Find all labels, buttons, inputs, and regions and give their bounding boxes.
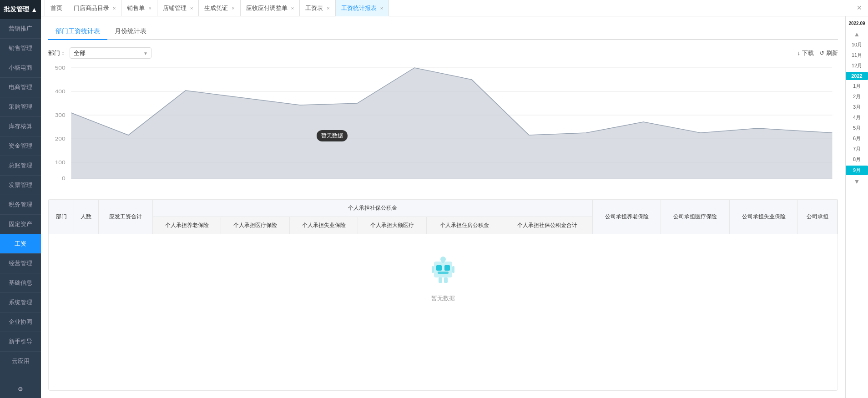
tab-store-manage[interactable]: 店铺管理 × — [157, 0, 199, 16]
filter-dept-label: 部门： — [48, 49, 66, 57]
tab-store-manage-close[interactable]: × — [190, 5, 193, 11]
close-all-tabs[interactable]: × — [854, 3, 864, 13]
sidebar-item-swgl[interactable]: 税务管理 — [0, 195, 41, 215]
download-label: 下载 — [802, 49, 814, 57]
sub-tab-month[interactable]: 月份统计表 — [107, 24, 154, 40]
sidebar-item-gdze[interactable]: 固定资产 — [0, 215, 41, 234]
dept-select[interactable]: 全部 — [70, 47, 151, 59]
tab-sales-order[interactable]: 销售单 × — [121, 0, 157, 16]
sidebar-item-jcxx[interactable]: 基础信息 — [0, 273, 41, 293]
timeline-month-1[interactable]: 1月 — [846, 81, 868, 91]
sidebar-item-cggl[interactable]: 采购管理 — [0, 97, 41, 117]
main-area: 首页 门店商品目录 × 销售单 × 店铺管理 × 生成凭证 × 应收应付调整单 … — [41, 0, 868, 398]
sub-tab-bar: 部门工资统计表 月份统计表 — [48, 24, 838, 40]
tab-store-catalog-label: 门店商品目录 — [74, 4, 109, 12]
timeline-month-11[interactable]: 11月 — [846, 50, 868, 60]
timeline-nav-up[interactable]: ▲ — [852, 29, 862, 40]
download-button[interactable]: ↓ 下载 — [797, 49, 814, 57]
col-company-unemploy: 公司承担失业保险 — [729, 200, 798, 234]
refresh-icon: ↺ — [819, 50, 824, 56]
tab-store-catalog-close[interactable]: × — [113, 5, 116, 11]
tab-home-label: 首页 — [50, 4, 62, 12]
svg-rect-18 — [438, 272, 449, 274]
tab-ar-ap-close[interactable]: × — [291, 5, 294, 11]
action-buttons: ↓ 下载 ↺ 刷新 — [797, 49, 838, 57]
svg-rect-14 — [436, 265, 442, 271]
timeline-month-9[interactable]: 9月 — [846, 166, 868, 175]
sidebar-item-dscgl[interactable]: 电商管理 — [0, 78, 41, 97]
table-group-header-row: 部门 人数 应发工资合计 个人承担社保公积金 公司承担养老保险 公司承担医疗保险… — [49, 200, 838, 217]
col-personal-unemploy: 个人承担失业保险 — [289, 217, 358, 234]
col-count: 人数 — [74, 200, 99, 234]
sidebar-item-fpgl[interactable]: 发票管理 — [0, 176, 41, 195]
sidebar-item-jygl[interactable]: 经营管理 — [0, 254, 41, 273]
area-chart: 500 400 300 200 100 0 — [48, 64, 838, 182]
chart-tooltip: 暂无数据 — [317, 130, 348, 141]
col-group-personal: 个人承担社保公积金 — [152, 200, 592, 217]
timeline-year-label: 2022.09 — [848, 20, 866, 27]
sidebar-item-xsyd[interactable]: 新手引导 — [0, 332, 41, 352]
col-total-salary: 应发工资合计 — [99, 200, 153, 234]
col-company-other: 公司承担 — [798, 200, 838, 234]
tab-home[interactable]: 首页 — [45, 0, 68, 16]
tab-payroll-close[interactable]: × — [327, 5, 329, 11]
timeline-month-2[interactable]: 2月 — [846, 91, 868, 102]
tab-payroll-report-close[interactable]: × — [380, 5, 383, 11]
tab-gen-voucher-close[interactable]: × — [232, 5, 234, 11]
timeline-month-10[interactable]: 10月 — [846, 40, 868, 50]
chart-container: 500 400 300 200 100 0 — [48, 64, 838, 191]
sidebar-item-xtgl[interactable]: 系统管理 — [0, 293, 41, 312]
col-personal-pension: 个人承担养老保险 — [152, 217, 221, 234]
sidebar-item-qyxt[interactable]: 企业协同 — [0, 312, 41, 332]
tab-store-catalog[interactable]: 门店商品目录 × — [68, 0, 121, 16]
sub-tab-dept[interactable]: 部门工资统计表 — [48, 24, 107, 40]
sidebar-item-gz[interactable]: 工资 — [0, 234, 41, 254]
svg-text:400: 400 — [55, 89, 66, 94]
data-table: 部门 人数 应发工资合计 个人承担社保公积金 公司承担养老保险 公司承担医疗保险… — [49, 199, 838, 234]
timeline-nav-down[interactable]: ▼ — [852, 176, 862, 187]
svg-rect-17 — [452, 266, 454, 273]
timeline-month-5[interactable]: 5月 — [846, 123, 868, 133]
filter-row: 部门： 全部 — [48, 47, 151, 59]
svg-text:500: 500 — [55, 65, 66, 71]
col-personal-medical: 个人承担医疗保险 — [221, 217, 290, 234]
tab-gen-voucher[interactable]: 生成凭证 × — [199, 0, 240, 16]
data-table-container: 部门 人数 应发工资合计 个人承担社保公积金 公司承担养老保险 公司承担医疗保险… — [48, 199, 838, 391]
tab-sales-order-close[interactable]: × — [148, 5, 151, 11]
sidebar-item-yyyy[interactable]: 云应用 — [0, 352, 41, 371]
sidebar: 批发管理 ▲ 营销推广 销售管理 小畅电商 电商管理 采购管理 库存核算 资金管… — [0, 0, 41, 398]
tab-store-manage-label: 店铺管理 — [163, 4, 187, 12]
timeline-year-2022[interactable]: 2022 — [846, 72, 868, 80]
sidebar-header[interactable]: 批发管理 ▲ — [0, 0, 41, 19]
timeline-panel: 2022.09 ▲ 10月 11月 12月 2022 1月 2月 3月 4月 5… — [845, 16, 868, 398]
col-dept: 部门 — [49, 200, 74, 234]
tab-payroll-report[interactable]: 工资统计报表 × — [336, 0, 389, 16]
timeline-month-7[interactable]: 7月 — [846, 144, 868, 154]
svg-rect-22 — [442, 261, 444, 263]
timeline-month-12[interactable]: 12月 — [846, 60, 868, 71]
tab-ar-ap[interactable]: 应收应付调整单 × — [241, 0, 300, 16]
empty-icon — [425, 252, 461, 289]
timeline-month-8[interactable]: 8月 — [846, 154, 868, 165]
refresh-button[interactable]: ↺ 刷新 — [819, 49, 838, 57]
col-company-pension: 公司承担养老保险 — [592, 200, 661, 234]
timeline-month-6[interactable]: 6月 — [846, 133, 868, 144]
tab-payroll-report-label: 工资统计报表 — [341, 4, 377, 12]
svg-text:0: 0 — [62, 176, 66, 181]
sidebar-item-zjgl[interactable]: 资金管理 — [0, 136, 41, 156]
col-personal-housing: 个人承担住房公积金 — [426, 217, 502, 234]
svg-rect-15 — [444, 265, 450, 271]
svg-text:100: 100 — [55, 160, 66, 165]
sidebar-item-xsgl[interactable]: 销售管理 — [0, 39, 41, 58]
sidebar-settings[interactable]: ⚙ — [0, 380, 41, 398]
sidebar-item-yxytg[interactable]: 营销推广 — [0, 19, 41, 39]
sidebar-item-kchs[interactable]: 库存核算 — [0, 117, 41, 136]
col-company-medical: 公司承担医疗保险 — [661, 200, 730, 234]
sidebar-item-zzgl[interactable]: 总账管理 — [0, 156, 41, 176]
tab-payroll[interactable]: 工资表 × — [300, 0, 335, 16]
svg-rect-16 — [432, 266, 434, 273]
page-content: 部门工资统计表 月份统计表 部门： 全部 ↓ 下载 — [41, 16, 845, 398]
timeline-month-4[interactable]: 4月 — [846, 112, 868, 123]
timeline-month-3[interactable]: 3月 — [846, 102, 868, 112]
sidebar-item-xcdsc[interactable]: 小畅电商 — [0, 58, 41, 78]
